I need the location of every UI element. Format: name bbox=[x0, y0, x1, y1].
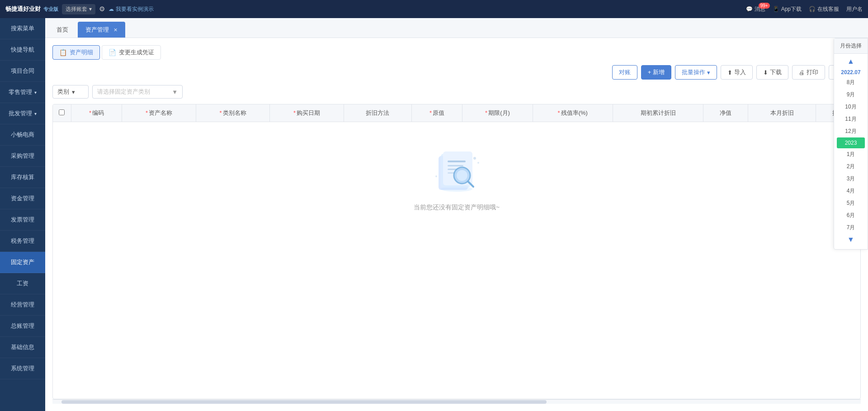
sidebar-item-search[interactable]: 搜索菜单 bbox=[0, 18, 45, 39]
brand-sub: 专业版 bbox=[43, 6, 58, 13]
app-download-button[interactable]: 📱 App下载 bbox=[773, 5, 802, 13]
top-bar-right: 💬 消息 99+ 📱 App下载 🎧 在线客服 用户名 bbox=[746, 5, 863, 13]
th-name: *资产名称 bbox=[122, 104, 196, 122]
download-icon: ⬇ bbox=[763, 69, 768, 76]
sidebar-item-basic-info[interactable]: 基础信息 bbox=[0, 337, 45, 358]
sidebar-label-quick-nav: 快捷导航 bbox=[11, 46, 34, 53]
svg-point-13 bbox=[435, 175, 437, 177]
print-button[interactable]: 🖨 打印 bbox=[792, 65, 825, 80]
user-name: 用户名 bbox=[846, 6, 863, 12]
batch-button[interactable]: 批量操作 ▾ bbox=[675, 65, 717, 80]
phone-icon: 📱 bbox=[773, 6, 779, 12]
month-nav-up[interactable]: ▲ bbox=[834, 56, 868, 67]
sidebar-item-project[interactable]: 项目合同 bbox=[0, 61, 45, 82]
demo-link[interactable]: ☁ 我要看实例演示 bbox=[108, 5, 154, 13]
month-item-jan[interactable]: 1月 bbox=[834, 148, 868, 161]
sidebar-item-wholesale[interactable]: 批发管理 ▾ bbox=[0, 103, 45, 124]
month-selector-panel: 月份选择 ▲ 2022.07 8月 9月 10月 11月 12月 bbox=[834, 38, 868, 250]
reconcile-button[interactable]: 对账 bbox=[612, 65, 637, 80]
download-label: 下载 bbox=[770, 68, 782, 76]
selector-chevron-icon: ▾ bbox=[89, 6, 92, 12]
sidebar-label-project: 项目合同 bbox=[11, 67, 34, 74]
chevron-down-icon: ▾ bbox=[34, 90, 37, 95]
month-item-dec[interactable]: 12月 bbox=[834, 125, 868, 137]
tab-close-icon[interactable]: ✕ bbox=[113, 27, 118, 33]
th-depreciation-method: 折旧方法 bbox=[344, 104, 411, 122]
sidebar-label-fixed-assets: 固定资产 bbox=[11, 259, 34, 265]
main-layout: 搜索菜单 快捷导航 项目合同 零售管理 ▾ 批发管理 ▾ 小畅电商 采购管理 库… bbox=[0, 18, 868, 411]
month-nav-down[interactable]: ▼ bbox=[834, 234, 868, 246]
sidebar-label-basic-info: 基础信息 bbox=[11, 344, 34, 350]
select-all-checkbox[interactable] bbox=[59, 109, 65, 115]
app-download-label: App下载 bbox=[781, 5, 802, 13]
empty-state-row: 当前您还没有固定资产明细哦~ bbox=[53, 122, 860, 239]
month-item-sep[interactable]: 9月 bbox=[834, 89, 868, 101]
batch-chevron-icon: ▾ bbox=[707, 69, 710, 76]
sub-tab-asset-detail[interactable]: 📋 资产明细 bbox=[52, 45, 100, 60]
month-item-feb[interactable]: 2月 bbox=[834, 161, 868, 173]
month-item-oct[interactable]: 10月 bbox=[834, 101, 868, 113]
month-item-mar[interactable]: 3月 bbox=[834, 173, 868, 185]
scroll-thumb[interactable] bbox=[61, 400, 547, 404]
download-button[interactable]: ⬇ 下载 bbox=[756, 65, 788, 80]
asset-data-table: *编码 *资产名称 *类别名称 *购买日期 折旧方法 *原值 *期限(月) *残… bbox=[53, 104, 860, 239]
sidebar-item-system[interactable]: 系统管理 bbox=[0, 358, 45, 379]
th-monthly-depreciation: 本月折旧 bbox=[748, 104, 816, 122]
category-filter-select[interactable]: 类别 ▾ bbox=[52, 85, 89, 99]
sidebar-item-invoice[interactable]: 发票管理 bbox=[0, 209, 45, 231]
month-item-jul[interactable]: 7月 bbox=[834, 222, 868, 234]
month-item-apr[interactable]: 4月 bbox=[834, 185, 868, 197]
month-item-aug[interactable]: 8月 bbox=[834, 76, 868, 89]
month-item-may[interactable]: 5月 bbox=[834, 197, 868, 209]
svg-rect-4 bbox=[448, 161, 466, 162]
account-selector[interactable]: 选择账套 ▾ bbox=[62, 4, 95, 14]
sidebar-item-purchase[interactable]: 采购管理 bbox=[0, 146, 45, 167]
add-button[interactable]: + 新增 bbox=[641, 65, 671, 80]
dropdown-arrow-icon: ▼ bbox=[172, 89, 178, 95]
sidebar-item-inventory[interactable]: 库存核算 bbox=[0, 167, 45, 188]
sidebar-item-fixed-assets[interactable]: 固定资产 bbox=[0, 252, 45, 273]
th-net-value: 净值 bbox=[703, 104, 748, 122]
sidebar-item-tax[interactable]: 税务管理 bbox=[0, 231, 45, 252]
online-service-button[interactable]: 🎧 在线客服 bbox=[809, 5, 839, 13]
category-input-wrapper[interactable]: 请选择固定资产类别 ▼ bbox=[92, 85, 183, 99]
settings-gear-icon[interactable]: ⚙ bbox=[99, 5, 105, 13]
top-bar: 畅捷通好业财 专业版 选择账套 ▾ ⚙ ☁ 我要看实例演示 💬 消息 99+ 📱… bbox=[0, 0, 868, 18]
sub-tab-change-voucher[interactable]: 📄 变更生成凭证 bbox=[102, 45, 161, 60]
bottom-scrollbar[interactable] bbox=[52, 399, 861, 404]
table-header-row: *编码 *资产名称 *类别名称 *购买日期 折旧方法 *原值 *期限(月) *残… bbox=[53, 104, 860, 122]
sidebar-item-retail[interactable]: 零售管理 ▾ bbox=[0, 82, 45, 103]
sidebar-label-finance: 资金管理 bbox=[11, 195, 34, 202]
month-down-arrow[interactable]: ▼ bbox=[845, 236, 856, 244]
month-up-arrow[interactable]: ▲ bbox=[845, 57, 856, 66]
sidebar-item-quick-nav[interactable]: 快捷导航 bbox=[0, 39, 45, 61]
sidebar-item-ecommerce[interactable]: 小畅电商 bbox=[0, 124, 45, 146]
svg-point-11 bbox=[473, 157, 476, 160]
th-period: *期限(月) bbox=[462, 104, 533, 122]
detail-list-icon: 📋 bbox=[59, 49, 67, 56]
month-item-nov[interactable]: 11月 bbox=[834, 113, 868, 125]
th-checkbox bbox=[53, 104, 71, 122]
svg-rect-5 bbox=[448, 165, 463, 166]
online-service-label: 在线客服 bbox=[817, 5, 839, 13]
th-accumulated-depreciation: 期初累计折旧 bbox=[613, 104, 703, 122]
sub-tab-voucher-label: 变更生成凭证 bbox=[119, 48, 154, 57]
import-button[interactable]: ⬆ 导入 bbox=[721, 65, 753, 80]
sidebar: 搜索菜单 快捷导航 项目合同 零售管理 ▾ 批发管理 ▾ 小畅电商 采购管理 库… bbox=[0, 18, 45, 411]
message-button[interactable]: 💬 消息 99+ bbox=[746, 5, 765, 13]
tab-home-label: 首页 bbox=[57, 26, 68, 33]
sidebar-label-system: 系统管理 bbox=[11, 365, 34, 372]
message-icon: 💬 bbox=[746, 6, 753, 12]
month-item-jun[interactable]: 6月 bbox=[834, 209, 868, 222]
tab-home[interactable]: 首页 bbox=[49, 22, 76, 38]
th-code: *编码 bbox=[71, 104, 122, 122]
sidebar-item-operations[interactable]: 经营管理 bbox=[0, 294, 45, 316]
th-original-value: *原值 bbox=[411, 104, 462, 122]
user-info[interactable]: 用户名 bbox=[846, 5, 863, 13]
sidebar-item-finance[interactable]: 资金管理 bbox=[0, 188, 45, 209]
tab-asset-management[interactable]: 资产管理 ✕ bbox=[78, 22, 125, 38]
empty-illustration bbox=[429, 149, 484, 194]
sidebar-item-general-ledger[interactable]: 总账管理 bbox=[0, 316, 45, 337]
content-area: 首页 资产管理 ✕ 📋 资产明细 📄 变更生成凭证 bbox=[45, 18, 868, 411]
sidebar-item-salary[interactable]: 工资 bbox=[0, 273, 45, 294]
